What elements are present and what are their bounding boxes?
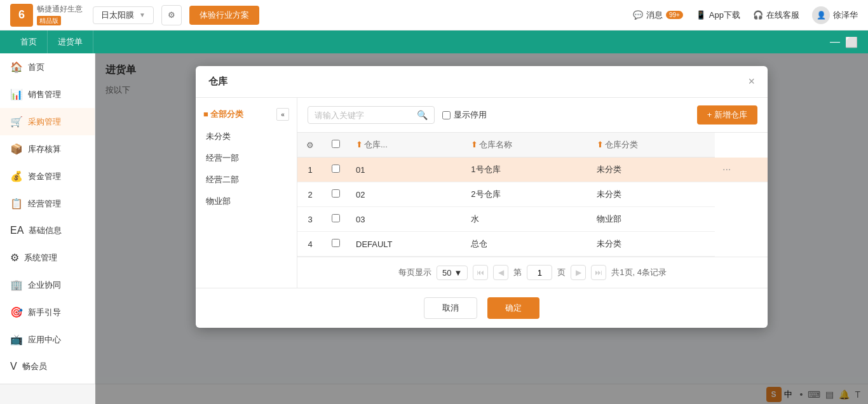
sidebar-item-enterprise[interactable]: 🏢 企业协同 (0, 271, 95, 299)
finance-icon: 💰 (10, 170, 23, 182)
row-name: 1号仓库 (463, 158, 589, 182)
vip-icon: V (10, 361, 17, 372)
cancel-button[interactable]: 取消 (424, 297, 477, 319)
page-size-value: 50 (442, 268, 451, 278)
confirm-button[interactable]: 确定 (487, 297, 539, 319)
search-field[interactable]: 🔍 (308, 106, 435, 124)
sidebar-item-guide-label: 新手引导 (28, 307, 61, 318)
col-category-header[interactable]: ⬆仓库分类 (589, 133, 715, 158)
tab-home[interactable]: 首页 (10, 30, 48, 53)
modal-title: 仓库 (208, 76, 227, 88)
online-service-button[interactable]: 🎧 在线客服 (753, 10, 799, 21)
last-page-button[interactable]: ⏭ (591, 265, 606, 280)
warehouse-modal: 仓库 × ■ 全部分类 « 未分类 经营一部 经营二部 物业部 (196, 66, 768, 328)
minimize-icon[interactable]: — (830, 36, 840, 48)
sidebar-item-enterprise-label: 企业协同 (28, 279, 61, 291)
row-checkbox[interactable] (323, 232, 348, 257)
row-select-checkbox[interactable] (332, 165, 340, 173)
sidebar-item-operations-label: 经营管理 (28, 198, 61, 210)
notification-button[interactable]: 💬 消息 99+ (633, 10, 683, 21)
sidebar-item-guide[interactable]: 🎯 新手引导 (0, 299, 95, 326)
sidebar-item-purchase-label: 采购管理 (28, 116, 61, 128)
row-num: 2 (297, 182, 323, 207)
show-disabled-option[interactable]: 显示停用 (442, 109, 487, 121)
table-row[interactable]: 1 01 1号仓库 未分类 ··· (297, 158, 768, 182)
row-category: 物业部 (589, 207, 715, 232)
app-download-button[interactable]: 📱 App下载 (696, 10, 740, 21)
maximize-icon[interactable]: ⬜ (845, 36, 858, 48)
sidebar-item-purchase[interactable]: 🛒 采购管理 (0, 108, 95, 135)
category-panel: ■ 全部分类 « 未分类 经营一部 经营二部 物业部 (196, 98, 297, 288)
col-name-header[interactable]: ⬆仓库名称 (463, 133, 589, 158)
sidebar-item-apps[interactable]: 📺 应用中心 (0, 326, 95, 353)
row-category: 未分类 (589, 182, 715, 207)
add-warehouse-button[interactable]: + 新增仓库 (697, 105, 757, 125)
system-icon: ⚙ (10, 252, 19, 264)
online-service-label: 在线客服 (766, 10, 799, 21)
message-icon: 💬 (633, 10, 643, 20)
sidebar-item-finance[interactable]: 💰 资金管理 (0, 163, 95, 190)
table-row[interactable]: 3 03 水 物业部 (297, 207, 768, 232)
user-menu-button[interactable]: 👤 徐泽华 (812, 6, 858, 24)
row-checkbox[interactable] (323, 182, 348, 207)
row-name: 2号仓库 (463, 182, 589, 207)
row-code: DEFAULT (348, 232, 463, 257)
sidebar: 🏠 首页 📊 销售管理 🛒 采购管理 📦 库存核算 💰 资金管理 📋 经营管理 … (0, 53, 95, 404)
operations-icon: 📋 (10, 198, 23, 210)
prev-page-button[interactable]: ◀ (493, 265, 508, 280)
page-size-selector[interactable]: 50 ▼ (437, 266, 468, 280)
row-num: 4 (297, 232, 323, 257)
row-category: 未分类 (589, 232, 715, 257)
more-actions-icon[interactable]: ··· (722, 164, 731, 175)
show-disabled-checkbox[interactable] (442, 111, 451, 119)
row-category: 未分类 (589, 158, 715, 182)
row-select-checkbox[interactable] (332, 239, 340, 247)
store-selector[interactable]: 日太阳膜 ▼ (93, 6, 154, 24)
sub-header: 首页 进货单 — ⬜ (0, 30, 868, 53)
notification-badge: 99+ (666, 11, 683, 19)
row-select-checkbox[interactable] (332, 214, 340, 222)
total-info: 共1页, 4条记录 (611, 267, 667, 278)
row-checkbox[interactable] (323, 158, 348, 182)
page-label: 第 (513, 267, 522, 278)
category-item-uncategorized[interactable]: 未分类 (196, 126, 297, 147)
brand-tag: 精品版 (37, 16, 61, 25)
sidebar-item-operations[interactable]: 📋 经营管理 (0, 190, 95, 217)
row-select-checkbox[interactable] (332, 189, 340, 198)
sidebar-item-basic[interactable]: EA 基础信息 (0, 217, 95, 244)
category-item-property[interactable]: 物业部 (196, 191, 297, 212)
page-size-arrow-icon: ▼ (454, 268, 462, 278)
trial-button[interactable]: 体验行业方案 (189, 6, 259, 25)
sidebar-item-home[interactable]: 🏠 首页 (0, 53, 95, 81)
category-item-ops2[interactable]: 经营二部 (196, 169, 297, 191)
settings-button[interactable]: ⚙ (161, 5, 182, 25)
sidebar-item-inventory[interactable]: 📦 库存核算 (0, 135, 95, 163)
tab-purchase[interactable]: 进货单 (48, 30, 93, 53)
sidebar-item-vip[interactable]: V 畅会员 (0, 353, 95, 380)
col-gear: ⚙ (297, 133, 323, 158)
col-check (323, 133, 348, 158)
category-item-ops1[interactable]: 经营一部 (196, 147, 297, 169)
next-page-button[interactable]: ▶ (571, 265, 586, 280)
collapse-button[interactable]: « (276, 108, 289, 121)
search-icon: 🔍 (417, 110, 428, 120)
sidebar-item-inventory-label: 库存核算 (28, 144, 61, 155)
main-content: 进货单 按以下 仓库 × ■ 全部分类 « (95, 53, 868, 404)
category-all-header[interactable]: ■ 全部分类 « (196, 103, 297, 126)
select-all-checkbox[interactable] (332, 140, 340, 148)
row-actions[interactable]: ··· (715, 158, 768, 182)
sidebar-item-vip-label: 畅会员 (22, 361, 47, 372)
page-number-input[interactable] (527, 265, 552, 280)
show-disabled-label: 显示停用 (454, 109, 487, 121)
row-checkbox[interactable] (323, 207, 348, 232)
first-page-button[interactable]: ⏮ (473, 265, 488, 280)
sidebar-item-system[interactable]: ⚙ 系统管理 (0, 244, 95, 271)
col-code-header[interactable]: ⬆仓库... (348, 133, 463, 158)
category-all-label: ■ 全部分类 (203, 109, 243, 120)
sidebar-item-home-label: 首页 (28, 62, 44, 73)
table-row[interactable]: 4 DEFAULT 总仓 未分类 (297, 232, 768, 257)
sidebar-item-sales[interactable]: 📊 销售管理 (0, 81, 95, 108)
search-input[interactable] (315, 111, 413, 120)
modal-close-button[interactable]: × (748, 75, 755, 88)
table-row[interactable]: 2 02 2号仓库 未分类 (297, 182, 768, 207)
